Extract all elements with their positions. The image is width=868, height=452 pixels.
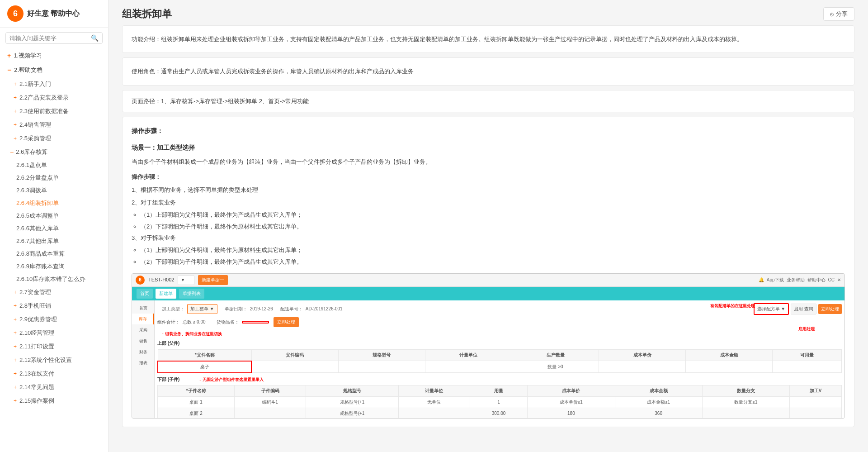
sidebar-leaf-cost-recalc[interactable]: 2.6.8商品成本重算 [0, 247, 108, 260]
sidebar-item-mobile[interactable]: + 2.8手机旺铺 [0, 299, 108, 313]
sidebar-item-data-prep[interactable]: + 2.3使用前数据准备 [0, 105, 108, 118]
sidebar-item-newbie[interactable]: + 2.1新手入门 [0, 77, 108, 91]
ss-lower-table: *子件名称 子件编码 规格型号 计量单位 用量 成本单价 成本金额 数量分支 加… [157, 385, 842, 418]
sidebar-leaf-assembly[interactable]: 2.6.4组装拆卸单 [0, 197, 108, 209]
ss-lower-th-3: 规格型号 [306, 385, 398, 396]
ss-appdown-label: App下载 [767, 276, 784, 284]
screenshot-container: 6 TEST-H002 ▼ 新建单据一 🔔 App下载 业务帮助 帮助中心 CC… [132, 273, 845, 419]
table-row: 桌子 数量 >0 [158, 361, 842, 373]
sidebar-nav: + 1.视频学习 − 2.帮助文档 + 2.1新手入门 + 2.2产品安装及登录… [0, 48, 108, 452]
sidebar-leaf-other-out[interactable]: 2.6.7其他出库单 [0, 235, 108, 247]
ss-upper-table: *父件名称 父件编码 规格型号 计量单位 生产数量 成本单价 成本金额 可用量 [157, 349, 842, 373]
sidebar-leaf-partial-stocktake[interactable]: 2.6.2分量盘点单 [0, 171, 108, 184]
sidebar-leaf-other-in[interactable]: 2.6.6其他入库单 [0, 222, 108, 235]
sidebar-item-docs[interactable]: − 2.帮助文档 [0, 63, 108, 77]
sidebar-item-inventory[interactable]: − 2.6库存核算 [0, 145, 108, 159]
lower-td-1-2: 编码4-1 [235, 396, 306, 408]
page-title: 组装拆卸单 [122, 7, 172, 21]
ss-tab-home: 首页 [137, 289, 153, 299]
ss-search-input[interactable] [242, 321, 269, 324]
sidebar-item-finance[interactable]: + 2.7资金管理 [0, 285, 108, 299]
ss-left-nav: 首页 库存 采购 销售 财务 报表 [132, 300, 155, 418]
lower-td-1-9 [790, 396, 842, 408]
ss-action-btn: 启用 查询 [791, 304, 816, 314]
step2-sub2: （2）下部明细为子件明细，最终作为原材料生成其它出库单。 [141, 221, 845, 232]
steps-list: 1、根据不同的业务，选择不同单据的类型来处理 2、对于组装业务 （1）上部明细为… [132, 185, 845, 267]
ss-topbar: 6 TEST-H002 ▼ 新建单据一 🔔 App下载 业务帮助 帮助中心 CC… [132, 274, 844, 287]
ss-tab-new: 新建单 [156, 289, 176, 299]
step3-sub2: （2）下部明细为子件明细，最终作为产成品生成其它入库单。 [141, 257, 845, 267]
ss-count-val: 总数 ≥ 0.00 [183, 318, 206, 326]
ss-date-val: 2019-12-26 [250, 305, 273, 313]
ss-lower-th-7: 成本金额 [615, 385, 702, 396]
steps-label: 操作步骤： [132, 171, 845, 182]
intro-card-1: 功能介绍：组装拆卸单用来处理企业组装或拆卸等加工业务，支持有固定装配清单的产品加… [122, 25, 854, 53]
sidebar-item-faq[interactable]: + 2.14常见问题 [0, 381, 108, 394]
upper-td-name: 桌子 [158, 361, 251, 373]
ss-upper-th-8: 可用量 [773, 349, 842, 361]
sidebar-item-customization[interactable]: + 2.12系统个性化设置 [0, 353, 108, 367]
ss-search-label: 货物品名： [217, 318, 239, 326]
lower-td-2-4 [399, 408, 470, 418]
upper-td-unit [425, 361, 512, 373]
app-logo-icon: 6 [7, 5, 24, 22]
sidebar-leaf-stocktake[interactable]: 2.6.1盘点单 [0, 159, 108, 171]
sidebar-leaf-cost-adjust[interactable]: 2.6.5成本调整单 [0, 209, 108, 222]
ss-date-label: 单据日期： [225, 305, 247, 313]
lower-td-1-6: 成本单价≥1 [528, 396, 615, 408]
sidebar-item-ops[interactable]: + 2.10经营管理 [0, 326, 108, 340]
annotation-assembly-type: ↑ 组装业务、拆卸业务在这里切换 [162, 332, 222, 336]
ss-upper-th-4: 计量单位 [425, 349, 512, 361]
ss-nav-6: 报表 [132, 357, 154, 368]
ss-bell-icon: 🔔 [759, 276, 764, 284]
sidebar-leaf-stock-error[interactable]: 2.6.10库存账本错了怎么办 [0, 273, 108, 285]
sidebar-item-sales[interactable]: + 2.4销售管理 [0, 118, 108, 132]
lower-td-1-5: 1 [470, 396, 527, 408]
ss-lower-th-8: 数量分支 [702, 385, 789, 396]
step2-sub: （1）上部明细为父件明细，最终作为产成品生成其它入库单； （2）下部明细为子件明… [141, 209, 845, 232]
ss-app-logo: 6 [136, 276, 145, 285]
lower-td-2-5: 300.00 [470, 408, 527, 418]
sidebar-item-purchase[interactable]: + 2.5采购管理 [0, 132, 108, 145]
scene1-desc: 当由多个子件材料组装成一个成品的业务为【组装】业务，当由一个父件拆分成多个子产品… [132, 157, 845, 167]
lower-label-container: 下部 (子件) ↓ 无固定济产型组件在这里置里录入 [157, 375, 842, 384]
lower-td-1-4: 无单位 [399, 396, 470, 408]
sidebar-item-print[interactable]: + 2.11打印设置 [0, 340, 108, 353]
search-input[interactable] [9, 35, 91, 42]
ss-second-row: 组件合计： 总数 ≥ 0.00 货物品名： 立即处理 启用处理 [157, 317, 842, 327]
steps-title: 操作步骤： [132, 125, 845, 137]
steps-card: 操作步骤： 场景一：加工类型选择 当由多个子件材料组装成一个成品的业务为【组装】… [122, 117, 854, 427]
annotation2-container: ↑ 组装业务、拆卸业务在这里切换 [157, 329, 842, 338]
ss-upper-th-5: 生产数量 [512, 349, 599, 361]
sidebar-leaf-stock-book[interactable]: 2.6.9库存账本查询 [0, 260, 108, 273]
sidebar-item-coupon[interactable]: + 2.9优惠券管理 [0, 313, 108, 326]
ss-query-btn: 立即处理 [274, 317, 299, 327]
step-1: 1、根据不同的业务，选择不同单据的类型来处理 [132, 185, 845, 195]
ss-bizhelp-label: 业务帮助 [787, 276, 805, 284]
table-row: 桌面 2 规格型号(+1 300.00 180 360 [158, 408, 842, 418]
upper-td-price [599, 361, 686, 373]
scene1-title: 场景一：加工类型选择 [132, 142, 845, 153]
sidebar-item-video[interactable]: + 1.视频学习 [0, 48, 108, 63]
sidebar-item-install[interactable]: + 2.2产品安装及登录 [0, 91, 108, 105]
main-body: 功能介绍：组装拆卸单用来处理企业组装或拆卸等加工业务，支持有固定装配清单的产品加… [108, 25, 868, 452]
ss-count-label: 组件合计： [157, 318, 180, 326]
lower-td-1-1: 桌面 1 [158, 396, 235, 408]
ss-upper-th-7: 成本金额 [686, 349, 773, 361]
search-box[interactable]: 🔍 [5, 32, 103, 44]
ss-close-icon: ✕ [837, 276, 841, 284]
lower-td-2-3: 规格型号(+1 [306, 408, 398, 418]
search-button[interactable]: 🔍 [91, 34, 99, 42]
sidebar-item-online-pay[interactable]: + 2.13在线支付 [0, 367, 108, 381]
sidebar-leaf-transfer[interactable]: 2.6.3调拨单 [0, 184, 108, 197]
ss-lower-th-9: 加工V [790, 385, 842, 396]
ss-lower-th-2: 子件编码 [235, 385, 306, 396]
ss-teal-bar: 首页 新建单 单据列表 [132, 287, 844, 300]
share-button[interactable]: ⎋ 分享 [823, 7, 854, 21]
ss-lower-th-6: 成本单价 [528, 385, 615, 396]
lower-td-2-1: 桌面 2 [158, 408, 235, 418]
sidebar-item-cases[interactable]: + 2.15操作案例 [0, 394, 108, 408]
ss-company: TEST-H002 [148, 276, 174, 285]
ss-nav-4: 销售 [132, 336, 154, 347]
docs-subitems: + 2.1新手入门 + 2.2产品安装及登录 + 2.3使用前数据准备 + 2.… [0, 77, 108, 408]
